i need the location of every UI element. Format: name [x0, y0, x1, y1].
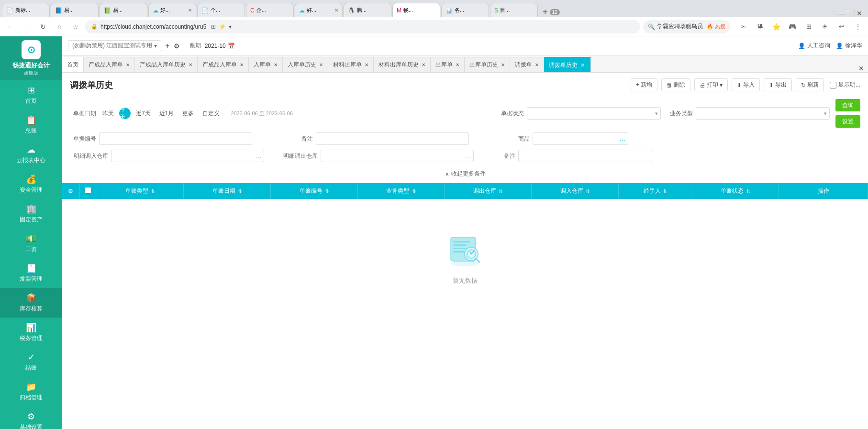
tab-close-out[interactable]: ✕ [456, 62, 459, 67]
tab-material-out-history[interactable]: 材料出库单历史 ✕ [374, 57, 431, 72]
filter-detail-out-input-area[interactable]: … [321, 150, 474, 162]
filter-docnum-input[interactable] [99, 132, 252, 145]
filter-remark-input[interactable] [316, 132, 469, 145]
delete-button[interactable]: 🗑 删除 [661, 78, 690, 91]
detail-in-more-icon[interactable]: … [255, 152, 262, 160]
minimize-button[interactable]: — [838, 10, 845, 17]
browser-tab-1[interactable]: 📘 易... [51, 3, 99, 17]
star-2-icon[interactable]: ⭐ [769, 20, 783, 33]
date-btn-more[interactable]: 更多 [179, 108, 197, 119]
browser-tab-7[interactable]: 🐧 腾... [344, 3, 391, 17]
import-button[interactable]: ⬇ 导入 [732, 78, 760, 91]
th-date[interactable]: 单账日期 ⇅ [184, 183, 271, 199]
date-btn-7days[interactable]: 近7天 [133, 108, 154, 119]
tab-close-finished-in-history[interactable]: ✕ [189, 62, 192, 67]
add-company-button[interactable]: + [165, 42, 169, 50]
print-button[interactable]: 🖨 打印 ▾ [694, 78, 728, 91]
tab-right-close[interactable]: ✕ [858, 65, 868, 72]
browser-tab-6[interactable]: ☁ 好... ✕ [295, 3, 343, 17]
tab-close-material-out-history[interactable]: ✕ [422, 62, 425, 67]
date-btn-custom[interactable]: 自定义 [199, 108, 223, 119]
tab-finished-in-history[interactable]: 产成品入库单历史 ✕ [135, 57, 198, 72]
sidebar-item-invoice[interactable]: 🧾 发票管理 [0, 258, 62, 288]
tab-transfer-history[interactable]: 调拨单历史 ✕ [544, 57, 591, 72]
tab-out[interactable]: 出库单 ✕ [431, 57, 465, 72]
sidebar-item-home[interactable]: ⊞ 首页 [0, 80, 62, 110]
forward-button[interactable]: → [20, 20, 33, 33]
tab-in-history[interactable]: 入库单历史 ✕ [283, 57, 328, 72]
filter-note-input[interactable] [518, 150, 652, 162]
undo-icon[interactable]: ↩ [835, 20, 848, 33]
scissors-icon[interactable]: ✂ [737, 20, 750, 33]
browser-tab-10[interactable]: S 目... [490, 3, 538, 17]
show-all-checkbox[interactable] [830, 82, 836, 88]
sidebar-item-ledger[interactable]: 📋 总账 [0, 110, 62, 140]
sidebar-item-settings[interactable]: ⚙ 基础设置 [0, 407, 62, 429]
new-tab-button[interactable]: + [543, 7, 548, 17]
sidebar-item-tax[interactable]: 📊 税务管理 [0, 318, 62, 347]
tab-finished-in-2[interactable]: 产成品入库单 ✕ [198, 57, 249, 72]
th-in-warehouse[interactable]: 调入仓库 ⇅ [532, 183, 619, 199]
tab-in[interactable]: 入库单 ✕ [249, 57, 283, 72]
tab-close-finished-in-2[interactable]: ✕ [240, 62, 244, 67]
dropdown-icon[interactable]: ▾ [229, 23, 232, 30]
sidebar-item-reports[interactable]: ☁ 云报表中心 [0, 140, 62, 169]
refresh-page-button[interactable]: ↻ 刷新 [796, 78, 824, 91]
browser-tab-3[interactable]: ☁ 好... ✕ [148, 3, 196, 17]
th-operator[interactable]: 经手人 ⇅ [618, 183, 692, 199]
th-out-warehouse[interactable]: 调出仓库 ⇅ [445, 183, 532, 199]
th-type[interactable]: 单账类型 ⇅ [97, 183, 184, 199]
tab-close-in[interactable]: ✕ [274, 62, 278, 67]
new-button[interactable]: + 新增 [631, 78, 657, 91]
export-button[interactable]: ⬆ 导出 [764, 78, 792, 91]
filter-status-select[interactable] [527, 107, 661, 120]
tab-out-history[interactable]: 出库单历史 ✕ [465, 57, 510, 72]
settings-gear-icon[interactable]: ⚙ [174, 42, 180, 50]
company-selector[interactable]: (勿删勿禁用) 江西服宝测试专用 ▾ [68, 40, 161, 51]
goods-more-icon[interactable]: … [619, 135, 626, 143]
date-btn-yesterday[interactable]: 昨天 [99, 108, 117, 119]
table-gear-icon[interactable]: ⚙ [68, 188, 73, 195]
sidebar-item-salary[interactable]: 💵 工资 [0, 229, 62, 258]
tab-close-transfer[interactable]: ✕ [535, 62, 539, 67]
browser-tab-2[interactable]: 📗 易... [100, 3, 147, 17]
th-business[interactable]: 业务类型 ⇅ [357, 183, 445, 199]
period-selector[interactable]: 2021-10 📅 [205, 43, 235, 49]
browser-tab-8[interactable]: M 畅... [392, 3, 440, 17]
more-options-icon[interactable]: ⋮ [851, 20, 864, 33]
th-number[interactable]: 单账编号 ⇅ [270, 183, 357, 199]
game-icon[interactable]: 🎮 [786, 20, 799, 33]
star-button[interactable]: ☆ [69, 20, 82, 33]
user-profile-btn[interactable]: 👤 徐泽华 [836, 42, 862, 50]
sidebar-item-closing[interactable]: ✓ 结账 [0, 347, 62, 377]
date-btn-today[interactable]: 今天 [119, 108, 131, 119]
th-gear[interactable]: ⚙ [62, 183, 79, 199]
select-all-checkbox[interactable] [85, 187, 91, 194]
sidebar-item-assets[interactable]: 🏢 固定资产 [0, 199, 62, 229]
sidebar-item-funds[interactable]: 💰 资金管理 [0, 169, 62, 199]
sidebar-item-inventory[interactable]: 📦 库存核算 [0, 288, 62, 318]
maximize-button[interactable]: ⬜ [846, 10, 855, 17]
refresh-browser-button[interactable]: ↻ [36, 20, 50, 33]
customer-service-btn[interactable]: 👤 人工咨询 [798, 42, 830, 50]
browser-tab-4[interactable]: 📄 个... [197, 3, 245, 17]
tab-close-out-history[interactable]: ✕ [501, 62, 505, 67]
browser-tab-0[interactable]: 📄 新标... [2, 3, 50, 17]
brightness-icon[interactable]: ☀ [818, 20, 832, 33]
th-status[interactable]: 单账状态 ⇅ [692, 183, 779, 199]
tab-transfer[interactable]: 调拨单 ✕ [510, 57, 544, 72]
sidebar-logo[interactable]: ⊙ 畅捷通好会计 旗舰版 [0, 36, 62, 80]
home-button[interactable]: ⌂ [53, 20, 66, 33]
tab-close-6[interactable]: ✕ [334, 8, 338, 13]
tab-close-in-history[interactable]: ✕ [319, 62, 323, 67]
address-bar[interactable]: 🔒 https://cloud.chanjet.com/accounting/u… [85, 20, 640, 33]
collapse-button[interactable]: ∧ 收起更多条件 [441, 169, 490, 179]
browser-tab-9[interactable]: 📊 各... [441, 3, 489, 17]
tab-close-transfer-history[interactable]: ✕ [579, 62, 586, 68]
sidebar-item-archive[interactable]: 📁 归档管理 [0, 377, 62, 407]
tab-finished-in[interactable]: 产成品入库单 ✕ [84, 57, 135, 72]
tab-material-out[interactable]: 材料出库单 ✕ [328, 57, 374, 72]
tab-close-3[interactable]: ✕ [188, 8, 192, 13]
close-button[interactable]: ✕ [857, 10, 862, 17]
filter-detail-in-input-area[interactable]: … [111, 150, 264, 162]
